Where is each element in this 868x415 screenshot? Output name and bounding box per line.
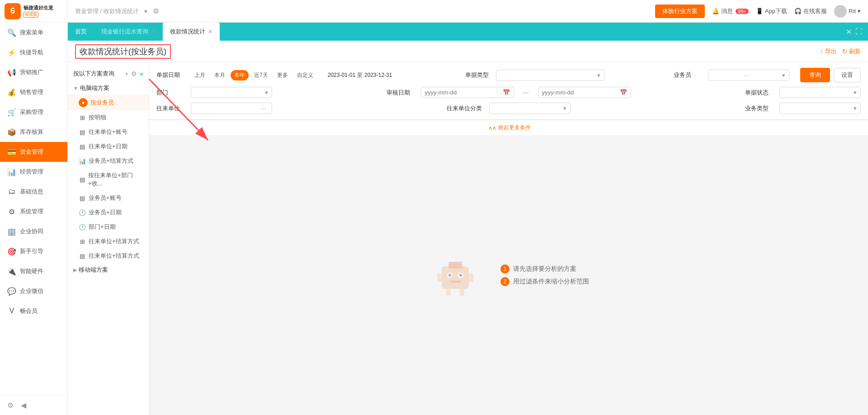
svg-rect-10 — [460, 289, 464, 296]
sidebar-item-smart-hw[interactable]: 🔌智能硬件 — [0, 261, 67, 281]
close-window-icon[interactable]: ✕ — [846, 28, 852, 36]
left-panel: 按以下方案查询 + ⚙ « ▼电脑端方案●按业务员⊞按明细▤往来单位+账号▤往来… — [68, 62, 149, 415]
date-tab-more[interactable]: 更多 — [274, 70, 292, 80]
wechat-icon: 💬 — [7, 287, 16, 296]
review-date-end-field[interactable] — [542, 89, 618, 96]
sidebar-item-sales[interactable]: 💰销售管理 — [0, 82, 67, 102]
tree-item-unit-settle2[interactable]: ▤往来单位+结算方式 — [68, 249, 149, 263]
calendar-start-icon[interactable]: 📅 — [503, 89, 510, 96]
date-tab-last7[interactable]: 近7天 — [250, 70, 272, 80]
tree-item-unit-dept-collect[interactable]: ▤按往来单位+部门+收... — [68, 168, 149, 191]
doc-type-select[interactable]: ▾ — [496, 70, 604, 81]
guide-icon: 🎯 — [7, 247, 16, 256]
salesperson-more-icon[interactable]: ··· — [744, 72, 749, 79]
collapse-label: 收起更多条件 — [498, 124, 531, 132]
salesperson-date-icon: 🕐 — [79, 209, 86, 216]
sidebar-label-guide: 新手引导 — [20, 247, 43, 255]
tree-item-unit-date[interactable]: ▤往来单位+日期 — [68, 139, 149, 154]
collapse-panel-icon[interactable]: « — [140, 70, 143, 77]
sidebar-item-finance[interactable]: 💳资金管理 — [0, 142, 67, 162]
sidebar-item-basic-info[interactable]: 🗂基础信息 — [0, 182, 67, 202]
tree-item-dept-date[interactable]: 🕐部门+日期 — [68, 220, 149, 234]
query-button[interactable]: 查询 — [800, 68, 830, 82]
tree-section-header-desktop[interactable]: ▼电脑端方案 — [68, 81, 149, 95]
partner-more-icon[interactable]: ··· — [261, 105, 266, 112]
notifications-item[interactable]: 🔔 消息 99+ — [712, 7, 749, 15]
date-tab-this-month[interactable]: 本月 — [211, 70, 229, 80]
sidebar-item-inventory[interactable]: 📦库存核算 — [0, 122, 67, 142]
right-panel: 单据日期 上月本月本年近7天更多自定义 2023-01-01 至 2023-12… — [149, 62, 868, 415]
scheme-settings-icon[interactable]: ⚙ — [131, 70, 137, 77]
calendar-end-icon[interactable]: 📅 — [620, 89, 627, 96]
online-service-item[interactable]: 🎧 在线客服 — [794, 7, 827, 15]
partner-category-select[interactable]: ▾ — [489, 103, 571, 114]
sidebar-item-wechat[interactable]: 💬企业微信 — [0, 281, 67, 301]
doc-status-select[interactable]: ▾ — [779, 87, 861, 98]
salesperson-select[interactable]: ··· ▾ — [708, 70, 789, 81]
refresh-button[interactable]: ↻ 刷新 — [842, 47, 861, 56]
collapse-bar[interactable]: ∧∧ 收起更多条件 — [149, 120, 868, 135]
sidebar-item-guide[interactable]: 🎯新手引导 — [0, 241, 67, 261]
partner-label: 往来单位 — [156, 104, 184, 113]
app-download-item[interactable]: 📱 App下载 — [756, 7, 787, 15]
tab-collection-stats[interactable]: 收款情况统计✕ — [163, 23, 220, 41]
tab-home[interactable]: 首页 — [68, 23, 94, 41]
avatar — [834, 5, 847, 18]
sidebar-item-member[interactable]: V畅会员 — [0, 301, 67, 321]
tree-item-salesperson-settle[interactable]: 📊业务员+结算方式 — [68, 154, 149, 168]
tree-item-unit-account[interactable]: ▤往来单位+账号 — [68, 125, 149, 139]
doc-status-label: 单据状态 — [745, 89, 772, 97]
by-salesperson-active-icon: ● — [79, 98, 88, 107]
sidebar-item-system[interactable]: ⚙系统管理 — [0, 202, 67, 222]
export-button[interactable]: ↑ 导出 — [821, 47, 837, 56]
review-date-label: 审核日期 — [387, 89, 414, 97]
sidebar-item-enterprise[interactable]: 🏢企业协同 — [0, 222, 67, 241]
sidebar-item-operations[interactable]: 📊经营管理 — [0, 162, 67, 182]
demo-industry-button[interactable]: 体验行业方案 — [655, 5, 705, 18]
svg-point-5 — [459, 274, 462, 277]
section-arrow-mobile: ▶ — [73, 267, 77, 273]
biz-type-chevron-icon: ▾ — [854, 105, 857, 112]
unit-account-icon: ▤ — [79, 128, 86, 136]
sidebar-item-marketing[interactable]: 📢营销推广 — [0, 62, 67, 82]
topbar-actions: 体验行业方案 🔔 消息 99+ 📱 App下载 🎧 在线客服 Rit ▾ — [655, 5, 861, 18]
date-tab-this-year[interactable]: 本年 — [231, 70, 249, 80]
tree-item-by-salesperson[interactable]: ●按业务员 — [68, 95, 149, 110]
salesperson-chevron-icon: ▾ — [782, 72, 785, 79]
maximize-window-icon[interactable]: ⛶ — [855, 28, 863, 36]
tab-close-bank-flow[interactable]: ✕ — [151, 28, 156, 35]
sidebar-item-purchase[interactable]: 🛒采购管理 — [0, 102, 67, 122]
dept-select[interactable]: ▾ — [191, 87, 272, 98]
settings-button[interactable]: 设置 — [834, 68, 861, 82]
user-info-item[interactable]: Rit ▾ — [834, 5, 861, 18]
breadcrumb-chevron-icon[interactable]: ▾ — [144, 8, 147, 15]
window-buttons: ✕ ⛶ — [840, 28, 868, 36]
add-scheme-icon[interactable]: + — [125, 70, 128, 77]
review-date-start-field[interactable] — [425, 89, 501, 96]
tree-item-by-detail[interactable]: ⊞按明细 — [68, 110, 149, 125]
review-date-start-input[interactable]: 📅 — [421, 87, 514, 98]
finance-icon: 💳 — [7, 147, 16, 156]
date-tab-last-month[interactable]: 上月 — [191, 70, 209, 80]
tree-section-header-mobile[interactable]: ▶移动端方案 — [68, 263, 149, 277]
sidebar-item-quick-nav[interactable]: ⚡快捷导航 — [0, 42, 67, 62]
biz-type-label: 业务类型 — [745, 104, 772, 113]
tree-item-salesperson-account[interactable]: ▤业务员+账号 — [68, 191, 149, 205]
partner-select[interactable]: ··· — [191, 103, 272, 114]
tab-close-collection-stats[interactable]: ✕ — [208, 28, 212, 35]
settings-footer-icon[interactable]: ⚙ — [7, 401, 14, 410]
biz-type-select[interactable]: ▾ — [779, 103, 861, 114]
date-tab-custom[interactable]: 自定义 — [293, 70, 317, 80]
logo-text: 畅捷通好生意 标准版 — [24, 5, 53, 18]
enterprise-icon: 🏢 — [7, 227, 16, 236]
panel-header: 按以下方案查询 + ⚙ « — [68, 66, 149, 81]
topbar-gear-icon[interactable]: ⚙ — [153, 7, 159, 15]
empty-tip-1: 1 请先选择要分析的方案 — [500, 264, 589, 274]
tree-item-salesperson-date[interactable]: 🕐业务员+日期 — [68, 205, 149, 220]
collapse-sidebar-icon[interactable]: ◀ — [21, 401, 26, 410]
sidebar-item-search[interactable]: 🔍搜索菜单 — [0, 23, 67, 42]
tree-item-unit-settle1[interactable]: ⊞往来单位+结算方式 — [68, 234, 149, 249]
tab-bank-flow[interactable]: 现金银行流水查询✕ — [94, 23, 163, 41]
review-date-end-input[interactable]: 📅 — [538, 87, 631, 98]
sales-icon: 💰 — [7, 88, 16, 97]
